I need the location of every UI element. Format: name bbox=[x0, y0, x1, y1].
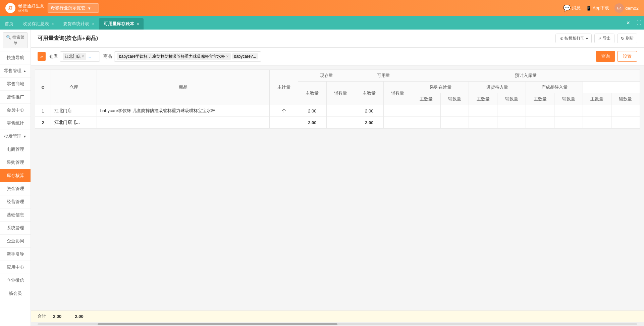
expand-tabs[interactable]: ⛶ bbox=[634, 16, 644, 30]
th-available: 可用量 bbox=[355, 70, 412, 82]
close-all-tabs[interactable]: × bbox=[622, 16, 634, 30]
product-filter-label: 商品 bbox=[103, 53, 112, 59]
sidebar-item-finance[interactable]: 资金管理 bbox=[0, 182, 31, 195]
tab-order-stats[interactable]: 要货单统计表 × bbox=[58, 18, 99, 30]
sidebar-item-basic-info[interactable]: 基础信息 bbox=[0, 208, 31, 222]
scroll-thumb[interactable] bbox=[98, 323, 337, 325]
refresh-btn[interactable]: ↻ 刷新 bbox=[617, 34, 637, 43]
th-extra-aux: 辅数量 bbox=[611, 93, 640, 105]
sidebar-item-retail-mgmt[interactable]: 零售管理 ▲ bbox=[0, 64, 31, 78]
row1-extra-aux bbox=[611, 105, 640, 117]
tab-available-stock[interactable]: 可用量库存账本 × bbox=[99, 18, 144, 30]
th-purchase-transit-aux: 辅数量 bbox=[440, 93, 469, 105]
app-download-action[interactable]: 📱 App下载 bbox=[586, 5, 609, 11]
row1-available-main: 2.00 bbox=[355, 105, 383, 117]
tab-close-order-stats[interactable]: × bbox=[92, 22, 94, 26]
product-tag-1: babycare学饮杯 儿童防摔防撞吸管杯重力球吸嘴杯宝宝水杯 × bbox=[117, 53, 231, 60]
tab-receivepay[interactable]: 收发存汇总表 × bbox=[18, 18, 58, 30]
th-production-pending: 产成品待入量 bbox=[526, 82, 583, 93]
tenant-selector[interactable]: 母婴行业演示账套 bbox=[48, 3, 99, 13]
horizontal-scrollbar[interactable] bbox=[31, 322, 644, 326]
tab-close-receivepay[interactable]: × bbox=[52, 22, 54, 26]
row2-warehouse: 江北门店【... bbox=[51, 117, 97, 129]
sidebar-item-marketing[interactable]: 营销推广 bbox=[0, 91, 31, 104]
chevron-down-icon: ▼ bbox=[23, 135, 26, 138]
th-incoming-aux: 辅数量 bbox=[497, 93, 526, 105]
th-planned-inbound: 预计入库量 bbox=[412, 70, 640, 82]
th-current-stock: 现存量 bbox=[298, 70, 355, 82]
sidebar-search-area: 🔍 搜索菜单 bbox=[0, 30, 31, 51]
warehouse-filter-more[interactable]: ... bbox=[88, 54, 91, 59]
table-row: 2 江北门店【... 2.00 2.00 bbox=[35, 117, 640, 129]
row1-current-aux bbox=[326, 105, 355, 117]
row1-product: babycare学饮杯 儿童防摔防撞吸管杯重力球吸嘴杯宝宝水杯 bbox=[97, 105, 269, 117]
row2-purchase-main bbox=[412, 117, 440, 129]
top-bar-right: 💬 消息 📱 App下载 Ea demo2 bbox=[563, 3, 639, 13]
row2-current-main: 2.00 bbox=[298, 117, 326, 129]
sidebar-item-retail-store[interactable]: 零售商城 bbox=[0, 78, 31, 91]
product-tag-2: babycare?... bbox=[232, 53, 258, 59]
page-header: 可用量查询(按仓库+商品) 🖨 按模板打印 ▾ ↗ 导出 ↻ 刷新 bbox=[31, 30, 644, 48]
row1-production-aux bbox=[554, 105, 583, 117]
sidebar-item-app-center[interactable]: 应用中心 bbox=[0, 261, 31, 274]
summary-available-value: 2.00 bbox=[75, 314, 83, 319]
th-incoming-main: 主数量 bbox=[469, 93, 497, 105]
main-layout: 🔍 搜索菜单 快捷导航 零售管理 ▲ 零售商城 营销推广 会员中心 零售统计 批… bbox=[0, 30, 644, 326]
row1-purchase-aux bbox=[440, 105, 469, 117]
warehouse-tag-remove[interactable]: × bbox=[82, 54, 84, 59]
th-product: 商品 bbox=[97, 70, 269, 105]
sidebar-item-new-guide[interactable]: 新手引导 bbox=[0, 248, 31, 261]
th-purchase-transit: 采购在途量 bbox=[412, 82, 469, 93]
table-container: ⚙ 仓库 商品 主计量 现存量 可用量 预计入库量 主数量 辅数量 主数量 辅数… bbox=[31, 65, 644, 310]
filter-expand-btn[interactable]: » bbox=[38, 52, 46, 61]
row2-incoming-aux bbox=[497, 117, 526, 129]
print-icon: 🖨 bbox=[559, 36, 563, 41]
row2-extra-main bbox=[583, 117, 611, 129]
warehouse-filter-input[interactable]: 江北门店 × ... bbox=[60, 51, 100, 62]
th-available-main-qty: 主数量 bbox=[355, 82, 383, 105]
logo-area: 好 畅捷通好生意 标准版 bbox=[5, 3, 44, 13]
th-main-unit: 主计量 bbox=[270, 70, 298, 105]
sidebar-item-quick-nav[interactable]: 快捷导航 bbox=[0, 51, 31, 64]
row2-product bbox=[97, 117, 269, 129]
sidebar-item-member[interactable]: 会员中心 bbox=[0, 104, 31, 117]
message-action[interactable]: 💬 消息 bbox=[563, 4, 581, 12]
sidebar-item-system[interactable]: 系统管理 bbox=[0, 222, 31, 235]
export-btn[interactable]: ↗ 导出 bbox=[594, 34, 614, 43]
summary-label: 合计 bbox=[38, 313, 46, 319]
logo-icon: 好 bbox=[5, 3, 15, 13]
row2-incoming-main bbox=[469, 117, 497, 129]
settings-btn[interactable]: 设置 bbox=[617, 51, 637, 62]
warehouse-filter-label: 仓库 bbox=[49, 53, 58, 59]
sidebar-item-ecommerce[interactable]: 电商管理 bbox=[0, 143, 31, 156]
sidebar-item-purchase[interactable]: 采购管理 bbox=[0, 156, 31, 169]
avatar: Ea bbox=[614, 3, 624, 13]
sidebar-item-member2[interactable]: 畅会员 bbox=[0, 287, 31, 300]
sidebar-item-operations[interactable]: 经营管理 bbox=[0, 195, 31, 208]
row1-production-main bbox=[526, 105, 554, 117]
product-filter-input[interactable]: babycare学饮杯 儿童防摔防撞吸管杯重力球吸嘴杯宝宝水杯 × babyca… bbox=[114, 51, 261, 62]
message-icon: 💬 bbox=[563, 4, 571, 12]
tab-close-available-stock[interactable]: × bbox=[137, 22, 139, 26]
sidebar-item-inventory[interactable]: 库存核算 bbox=[0, 169, 31, 182]
user-profile[interactable]: Ea demo2 bbox=[614, 3, 639, 13]
warehouse-tag: 江北门店 × bbox=[63, 53, 86, 60]
row1-unit: 个 bbox=[270, 105, 298, 117]
th-settings[interactable]: ⚙ bbox=[35, 70, 51, 105]
product-tag-1-remove[interactable]: × bbox=[226, 54, 229, 59]
top-bar-left: 好 畅捷通好生意 标准版 母婴行业演示账套 bbox=[5, 3, 99, 13]
sidebar-item-enterprise-collab[interactable]: 企业协同 bbox=[0, 235, 31, 248]
sidebar-item-wholesale-mgmt[interactable]: 批发管理 ▼ bbox=[0, 130, 31, 143]
row1-extra-main bbox=[583, 105, 611, 117]
refresh-icon: ↻ bbox=[621, 36, 624, 41]
query-btn[interactable]: 查询 bbox=[596, 51, 615, 62]
sidebar: 🔍 搜索菜单 快捷导航 零售管理 ▲ 零售商城 营销推广 会员中心 零售统计 批… bbox=[0, 30, 31, 326]
search-menu-btn[interactable]: 🔍 搜索菜单 bbox=[3, 32, 28, 48]
sidebar-item-retail-stats[interactable]: 零售统计 bbox=[0, 117, 31, 130]
row1-current-main: 2.00 bbox=[298, 105, 326, 117]
template-print-btn[interactable]: 🖨 按模板打印 ▾ bbox=[555, 34, 592, 43]
tab-home[interactable]: 首页 bbox=[0, 18, 18, 30]
row2-num: 2 bbox=[35, 117, 51, 129]
sidebar-item-enterprise-wechat[interactable]: 企业微信 bbox=[0, 274, 31, 287]
chevron-up-icon: ▲ bbox=[23, 69, 26, 73]
